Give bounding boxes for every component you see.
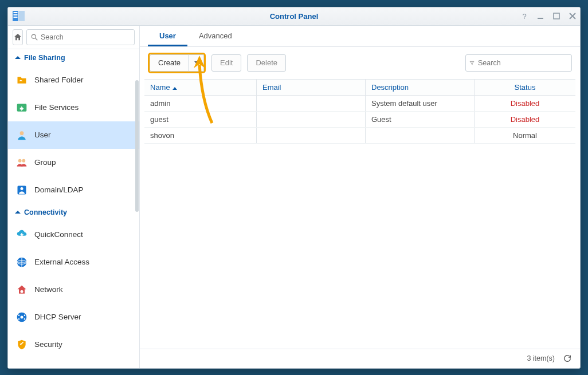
svg-point-26 [18,318,20,320]
svg-point-12 [20,131,24,135]
section-label: File Sharing [24,54,65,62]
cell-name: admin [144,96,257,111]
svg-point-23 [21,315,23,318]
table-search[interactable] [465,54,572,72]
main-panel: User Advanced Create Edit Delete Name [140,26,580,368]
svg-line-10 [36,38,38,40]
delete-button[interactable]: Delete [247,54,286,72]
sidebar-item-label: DHCP Server [34,313,81,321]
quickconnect-icon [16,229,28,240]
svg-rect-6 [554,13,559,19]
filter-icon [469,59,475,67]
search-icon [30,33,38,41]
sidebar-item-quickconnect[interactable]: QuickConnect [8,221,139,248]
scrollbar[interactable] [135,80,139,212]
dhcp-server-icon [16,311,28,323]
svg-rect-4 [14,17,18,18]
create-button-group: Create [148,53,206,73]
table-body: adminSystem default userDisabledguestGue… [144,96,575,144]
table-row[interactable]: guestGuestDisabled [144,112,575,128]
table-row[interactable]: shovonNormal [144,128,575,144]
cell-email [257,112,366,127]
sidebar-item-label: User [34,131,51,139]
tab-user[interactable]: User [148,26,187,46]
window-body: File Sharing Shared Folder File Services… [8,26,580,368]
svg-point-21 [21,290,23,293]
cell-name: shovon [144,128,257,143]
column-status[interactable]: Status [475,80,575,95]
svg-point-25 [24,314,26,316]
external-access-icon [16,256,28,268]
svg-point-9 [32,34,36,38]
help-button[interactable]: ? [520,12,528,20]
create-button[interactable]: Create [150,54,189,72]
sidebar-item-label: Group [34,158,56,167]
sidebar-search[interactable] [26,29,135,45]
titlebar: Control Panel ? [8,7,580,26]
group-icon [16,157,28,168]
svg-rect-2 [14,12,18,13]
user-table: Name Email Description Status adminSyste… [144,79,575,349]
cell-description: Guest [366,112,475,127]
table-row[interactable]: adminSystem default userDisabled [144,96,575,112]
create-dropdown-button[interactable] [189,54,204,72]
sidebar-item-network[interactable]: Network [8,276,139,303]
home-icon [13,33,22,42]
tab-advanced[interactable]: Advanced [187,26,244,46]
column-name[interactable]: Name [144,80,257,95]
file-services-icon [16,102,28,113]
sidebar-item-external-access[interactable]: External Access [8,248,139,276]
cell-name: guest [144,112,257,127]
section-connectivity[interactable]: Connectivity [8,204,139,221]
table-search-input[interactable] [478,59,568,67]
edit-button[interactable]: Edit [211,54,241,72]
control-panel-window: Control Panel ? File Sharing [7,7,581,369]
shared-folder-icon [16,74,28,86]
cell-status: Normal [475,128,575,143]
sidebar-item-group[interactable]: Group [8,149,139,176]
control-panel-icon [13,11,25,21]
sidebar-item-domain-ldap[interactable]: Domain/LDAP [8,176,139,204]
cell-status: Disabled [475,112,575,127]
item-count: 3 item(s) [527,354,555,362]
network-icon [16,284,28,295]
sidebar-item-shared-folder[interactable]: Shared Folder [8,66,139,94]
column-email[interactable]: Email [257,80,366,95]
minimize-button[interactable] [536,12,544,20]
column-description[interactable]: Description [366,80,475,95]
sidebar: File Sharing Shared Folder File Services… [8,26,140,368]
section-label: Connectivity [24,208,67,216]
sidebar-item-label: Network [34,285,63,294]
section-file-sharing[interactable]: File Sharing [8,49,139,66]
cell-description [366,128,475,143]
tabs: User Advanced [140,26,580,47]
shield-icon [16,339,28,350]
sidebar-item-label: Domain/LDAP [34,185,84,194]
sidebar-search-input[interactable] [41,33,131,41]
sidebar-item-label: File Services [34,103,79,112]
svg-point-13 [18,159,22,162]
maximize-button[interactable] [552,12,560,20]
cell-description: System default user [366,96,475,111]
sidebar-item-user[interactable]: User [8,121,139,149]
window-title: Control Panel [270,12,319,21]
svg-rect-1 [19,11,25,21]
sidebar-item-label: QuickConnect [34,230,83,239]
svg-rect-5 [538,18,543,19]
sidebar-item-label: Security [34,340,62,349]
table-header: Name Email Description Status [144,79,575,96]
home-button[interactable] [13,29,23,45]
cell-email [257,96,366,111]
domain-ldap-icon [16,184,28,196]
svg-point-16 [21,187,23,190]
sidebar-item-dhcp-server[interactable]: DHCP Server [8,303,139,331]
reload-icon[interactable] [563,354,572,363]
sidebar-item-file-services[interactable]: File Services [8,94,139,121]
window-controls: ? [520,12,577,20]
close-button[interactable] [569,12,577,20]
sidebar-item-label: Shared Folder [34,76,84,84]
toolbar: Create Edit Delete [140,47,580,79]
sidebar-item-label: External Access [34,258,89,266]
sidebar-item-security[interactable]: Security [8,331,139,358]
sidebar-top [8,26,139,49]
